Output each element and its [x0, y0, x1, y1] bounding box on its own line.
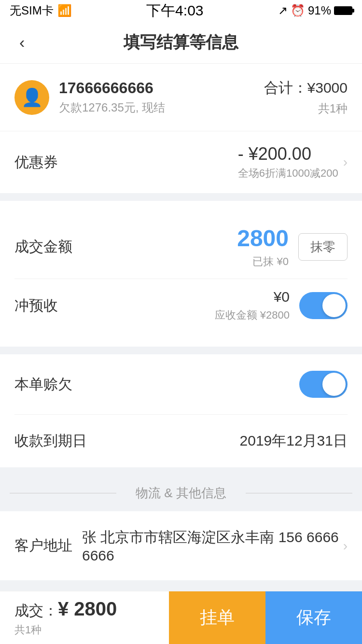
hang-button[interactable]: 挂单 — [169, 591, 265, 644]
debt-off-label: 本单赊欠 — [14, 375, 72, 394]
customer-right: 合计：¥3000 共1种 — [264, 78, 348, 116]
carrier-text: 无SIM卡 — [10, 3, 54, 18]
deal-amount-label: 成交金额 — [14, 237, 72, 257]
divider-line-left — [10, 493, 116, 493]
coupon-row[interactable]: 优惠券 - ¥200.00 全场6折满1000减200 › — [0, 131, 362, 193]
address-value: 张 北京市市辖区海淀区永丰南 156 6666 6666 — [82, 528, 343, 564]
divider-line-right — [246, 493, 352, 493]
bottom-bar: 成交：¥ 2800 共1种 挂单 保存 — [0, 591, 362, 644]
battery-percent: 91% — [308, 4, 331, 17]
status-left: 无SIM卡 📶 — [10, 3, 72, 18]
page-title: 填写结算等信息 — [124, 31, 238, 54]
debt-off-row: 本单赊欠 — [14, 354, 348, 415]
bottom-count: 共1种 — [14, 623, 154, 637]
avatar-icon: 👤 — [21, 87, 43, 108]
battery-icon — [334, 6, 352, 15]
debt-toggle-knob — [322, 373, 346, 396]
customer-row: 👤 17666666666 欠款1276.35元, 现结 合计：¥3000 共1… — [0, 64, 362, 131]
address-label: 客户地址 — [14, 536, 72, 556]
coupon-discount: - ¥200.00 — [238, 144, 338, 164]
address-row[interactable]: 客户地址 张 北京市市辖区海淀区永丰南 156 6666 6666 › — [0, 511, 362, 580]
deal-amount-value: 2800 — [237, 225, 289, 252]
customer-total: 合计：¥3000 — [264, 78, 348, 98]
toggle-knob — [322, 294, 346, 317]
coupon-value-area: - ¥200.00 全场6折满1000减200 — [238, 144, 338, 181]
wifi-icon: 📶 — [57, 4, 72, 17]
deal-amount-value-area: 2800 已抹 ¥0 — [237, 225, 289, 269]
receivable-text: 应收金额 ¥2800 — [215, 308, 290, 322]
prepaid-values: ¥0 应收金额 ¥2800 — [215, 289, 290, 322]
debt-off-toggle[interactable] — [299, 371, 348, 398]
customer-info: 17666666666 欠款1276.35元, 现结 — [59, 79, 165, 115]
bottom-deal-label: 成交：¥ 2800 — [14, 598, 154, 621]
address-chevron-icon: › — [343, 538, 348, 554]
customer-card: 👤 17666666666 欠款1276.35元, 现结 合计：¥3000 共1… — [0, 64, 362, 193]
customer-debt: 欠款1276.35元, 现结 — [59, 100, 165, 115]
due-date-row: 收款到期日 2019年12月31日 — [14, 415, 348, 467]
debt-off-card: 本单赊欠 收款到期日 2019年12月31日 — [0, 354, 362, 467]
main-content: 👤 17666666666 欠款1276.35元, 现结 合计：¥3000 共1… — [0, 64, 362, 644]
section-divider: 物流 & 其他信息 — [0, 475, 362, 511]
due-date-value: 2019年12月31日 — [240, 431, 348, 451]
amount-card: 成交金额 2800 已抹 ¥0 抹零 冲预收 ¥0 应收金额 ¥2800 — [0, 201, 362, 347]
alarm-icon: ⏰ — [291, 4, 305, 17]
already-rounded-text: 已抹 ¥0 — [237, 254, 289, 269]
deal-amount-row: 成交金额 2800 已抹 ¥0 抹零 — [14, 215, 348, 279]
status-time: 下午4:03 — [146, 1, 203, 21]
save-button[interactable]: 保存 — [265, 591, 362, 644]
coupon-chevron-icon: › — [343, 154, 348, 170]
customer-count: 共1种 — [264, 101, 348, 116]
prepaid-right: ¥0 应收金额 ¥2800 — [215, 289, 348, 322]
prepaid-label: 冲预收 — [14, 296, 58, 316]
divider-text: 物流 & 其他信息 — [136, 485, 226, 502]
prepaid-row: 冲预收 ¥0 应收金额 ¥2800 — [14, 279, 348, 332]
coupon-right: - ¥200.00 全场6折满1000减200 › — [238, 144, 348, 181]
round-button[interactable]: 抹零 — [298, 233, 348, 261]
nav-bar: ‹ 填写结算等信息 — [0, 21, 362, 64]
location-icon: ↗ — [278, 4, 288, 17]
coupon-label: 优惠券 — [14, 153, 58, 172]
back-button[interactable]: ‹ — [14, 28, 29, 56]
deal-amount-right: 2800 已抹 ¥0 抹零 — [237, 225, 348, 269]
bottom-deal-amount: ¥ 2800 — [58, 598, 117, 619]
status-right: ↗ ⏰ 91% — [278, 4, 352, 17]
customer-phone: 17666666666 — [59, 79, 165, 97]
customer-left: 👤 17666666666 欠款1276.35元, 现结 — [14, 79, 165, 115]
deal-label: 成交： — [14, 602, 58, 618]
bottom-summary: 成交：¥ 2800 共1种 — [0, 598, 169, 637]
prepaid-amount: ¥0 — [274, 289, 290, 305]
avatar: 👤 — [14, 80, 49, 115]
prepaid-toggle[interactable] — [299, 292, 348, 319]
due-date-label: 收款到期日 — [14, 431, 87, 451]
coupon-description: 全场6折满1000减200 — [238, 166, 338, 181]
status-bar: 无SIM卡 📶 下午4:03 ↗ ⏰ 91% — [0, 0, 362, 21]
